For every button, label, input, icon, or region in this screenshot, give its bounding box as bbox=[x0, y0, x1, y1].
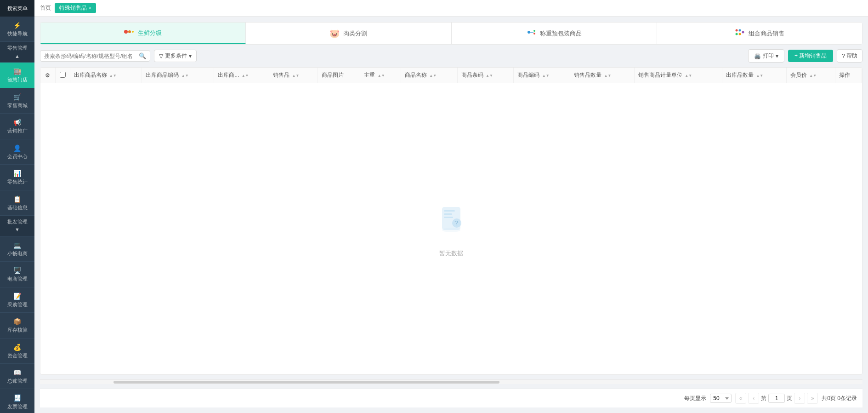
meat-cut-icon: 🐷 bbox=[329, 29, 340, 39]
svg-point-9 bbox=[735, 33, 738, 35]
th-member-price[interactable]: 会员价 ▲▼ bbox=[786, 68, 835, 83]
sort-icon: ▲▼ bbox=[182, 74, 189, 78]
page-number-input[interactable] bbox=[768, 394, 785, 403]
smart-store-icon: 🏬 bbox=[13, 67, 21, 75]
tab-close-icon[interactable]: × bbox=[89, 6, 91, 11]
ledger-icon: 📖 bbox=[13, 368, 21, 377]
sidebar-item-basic-info[interactable]: 📋 基础信息 bbox=[0, 190, 34, 216]
sidebar-item-retail-stats[interactable]: 📊 零售统计 bbox=[0, 165, 34, 190]
th-actions-label: 操作 bbox=[839, 72, 850, 78]
expand-icon: ▲ bbox=[15, 53, 20, 59]
print-label: 打印 bbox=[763, 52, 774, 60]
th-out-spec[interactable]: 出库商... ▲▼ bbox=[214, 68, 269, 83]
table-header-row: ⚙ 出库商品名称 ▲▼ 出库商品编码 ▲▼ bbox=[40, 68, 862, 83]
sidebar-item-invoice[interactable]: 🧾 发票管理 bbox=[0, 389, 34, 413]
horizontal-scrollbar[interactable] bbox=[40, 379, 862, 384]
sort-icon: ▲▼ bbox=[242, 74, 249, 78]
sidebar-item-mini-ecom[interactable]: 💻 小畅电商 bbox=[0, 236, 34, 262]
sort-icon: ▲▼ bbox=[429, 74, 437, 78]
empty-icon: ? bbox=[433, 200, 470, 244]
th-checkbox[interactable] bbox=[55, 68, 70, 83]
sort-icon: ▲▼ bbox=[109, 74, 117, 78]
sidebar-item-finance[interactable]: 💰 资金管理 bbox=[0, 338, 34, 364]
column-settings-icon[interactable]: ⚙ bbox=[45, 72, 50, 79]
print-button[interactable]: 🖨️ 打印 ▾ bbox=[748, 49, 784, 63]
last-page-button[interactable]: » bbox=[807, 393, 818, 404]
toolbar-right: 🖨️ 打印 ▾ + 新增销售品 ? 帮助 bbox=[748, 49, 862, 63]
add-sale-button[interactable]: + 新增销售品 bbox=[788, 50, 833, 62]
scrollbar-thumb[interactable] bbox=[113, 381, 499, 384]
tab-meat-cut[interactable]: 🐷 肉类分割 bbox=[246, 23, 451, 44]
th-main-weight[interactable]: 主重 ▲▼ bbox=[360, 68, 401, 83]
svg-point-7 bbox=[735, 29, 738, 32]
sidebar-item-ecom-mgmt[interactable]: 🖥️ 电商管理 bbox=[0, 262, 34, 287]
th-out-name-label: 出库商品名称 bbox=[74, 72, 107, 78]
sidebar-item-quick-nav[interactable]: ⚡ 快捷导航 bbox=[0, 17, 34, 42]
sort-icon: ▲▼ bbox=[756, 74, 763, 78]
per-page-label: 每页显示 bbox=[684, 395, 706, 402]
sidebar-item-label: 批发管理 bbox=[7, 218, 28, 225]
breadcrumb-home[interactable]: 首页 bbox=[40, 4, 51, 12]
members-icon: 👤 bbox=[13, 144, 21, 152]
th-product-code[interactable]: 商品编码 ▲▼ bbox=[514, 68, 570, 83]
th-sale-unit-label: 销售商品计量单位 bbox=[638, 72, 682, 78]
sidebar-item-inventory[interactable]: 📦 库存核算 bbox=[0, 313, 34, 338]
ecom-mgmt-icon: 🖥️ bbox=[13, 266, 21, 275]
sidebar-item-members[interactable]: 👤 会员中心 bbox=[0, 139, 34, 165]
first-page-button[interactable]: « bbox=[735, 393, 746, 404]
quick-nav-icon: ⚡ bbox=[13, 21, 21, 29]
filter-button[interactable]: ▽ 更多条件 ▾ bbox=[154, 50, 197, 62]
th-out-code[interactable]: 出库商品编码 ▲▼ bbox=[142, 68, 214, 83]
th-product-image[interactable]: 商品图片 bbox=[318, 68, 360, 83]
sort-icon: ▲▼ bbox=[292, 74, 300, 78]
sidebar-item-label: 资金管理 bbox=[7, 352, 28, 359]
th-product-name-label: 商品名称 bbox=[405, 72, 427, 78]
search-box[interactable]: 🔍 bbox=[40, 50, 150, 62]
th-barcode[interactable]: 商品条码 ▲▼ bbox=[457, 68, 514, 83]
sidebar-item-retail-mall[interactable]: 🛒 零售商城 bbox=[0, 88, 34, 114]
svg-point-3 bbox=[528, 31, 530, 34]
th-sale-item[interactable]: 销售品 ▲▼ bbox=[269, 68, 318, 83]
sidebar-item-label: 零售管理 bbox=[7, 45, 28, 51]
search-input[interactable] bbox=[44, 53, 137, 59]
th-settings[interactable]: ⚙ bbox=[40, 68, 55, 83]
expand-icon: ▼ bbox=[15, 226, 20, 233]
empty-state: ? 暂无数据 bbox=[40, 83, 862, 374]
page-size-select[interactable]: 10 20 50 100 bbox=[710, 394, 732, 403]
svg-point-6 bbox=[533, 33, 535, 34]
th-out-name[interactable]: 出库商品名称 ▲▼ bbox=[70, 68, 142, 83]
sidebar-item-ledger[interactable]: 📖 总账管理 bbox=[0, 364, 34, 389]
th-out-spec-label: 出库商... bbox=[218, 72, 239, 78]
th-actions: 操作 bbox=[835, 68, 862, 83]
sidebar-item-smart-store[interactable]: 🏬 智慧门店 bbox=[0, 63, 34, 88]
help-icon: ? bbox=[842, 53, 845, 59]
next-page-button[interactable]: › bbox=[794, 393, 805, 404]
sidebar-item-label: 小畅电商 bbox=[7, 250, 28, 257]
sidebar-item-wholesale-mgmt[interactable]: 批发管理 ▼ bbox=[0, 216, 34, 236]
sidebar-item-label: 库存核算 bbox=[7, 327, 28, 333]
select-all-checkbox[interactable] bbox=[60, 72, 66, 78]
print-icon: 🖨️ bbox=[754, 53, 761, 59]
prev-page-button[interactable]: ‹ bbox=[748, 393, 759, 404]
tab-weight-pack[interactable]: 称重预包装商品 bbox=[452, 23, 657, 44]
svg-point-1 bbox=[128, 30, 131, 33]
th-main-weight-label: 主重 bbox=[364, 72, 375, 78]
tab-combo[interactable]: 组合商品销售 bbox=[657, 23, 862, 44]
tab-fresh-grade[interactable]: 生鲜分级 bbox=[40, 23, 246, 44]
th-sale-unit[interactable]: 销售商品计量单位 ▲▼ bbox=[634, 68, 722, 83]
help-button[interactable]: ? 帮助 bbox=[837, 49, 862, 63]
th-product-name[interactable]: 商品名称 ▲▼ bbox=[401, 68, 457, 83]
sidebar-logo[interactable]: 搜索菜单 bbox=[0, 0, 34, 17]
search-icon[interactable]: 🔍 bbox=[139, 52, 146, 59]
sidebar-item-retail-mgmt[interactable]: 零售管理 ▲ bbox=[0, 42, 34, 63]
th-sale-qty[interactable]: 销售品数量 ▲▼ bbox=[570, 68, 635, 83]
th-member-price-label: 会员价 bbox=[790, 72, 807, 78]
tab-label: 称重预包装商品 bbox=[540, 29, 582, 38]
sidebar-item-purchase-mgmt[interactable]: 📝 采购管理 bbox=[0, 287, 34, 313]
type-tabs: 生鲜分级 🐷 肉类分割 称重预包装商品 bbox=[40, 22, 862, 45]
th-out-qty[interactable]: 出库品数量 ▲▼ bbox=[722, 68, 787, 83]
current-tab-tag[interactable]: 特殊销售品 × bbox=[55, 3, 96, 13]
sidebar-item-label: 会员中心 bbox=[7, 153, 28, 160]
retail-stats-icon: 📊 bbox=[13, 169, 21, 178]
sidebar-item-marketing[interactable]: 📢 营销推广 bbox=[0, 114, 34, 139]
